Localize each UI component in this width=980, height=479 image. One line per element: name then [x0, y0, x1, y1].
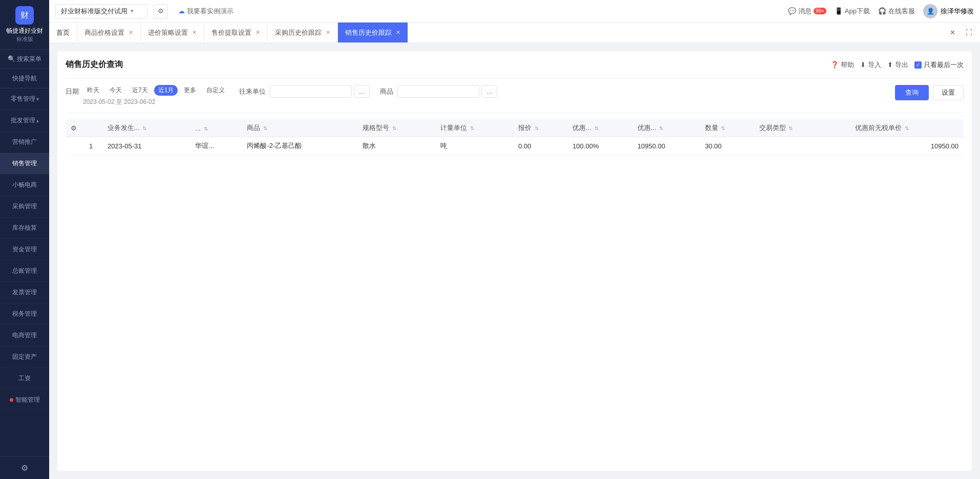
sidebar-search-menu[interactable]: 🔍 搜索菜单	[0, 50, 49, 69]
td-spec: 散水	[357, 137, 435, 155]
th-gear[interactable]: ⚙	[66, 119, 84, 137]
td-unit: 吨	[435, 137, 513, 155]
tab-purchase-history[interactable]: 采购历史价跟踪 ✕	[268, 23, 338, 43]
th-tx-type[interactable]: 交易类型 ⇅	[754, 119, 832, 137]
date-filter-group: 日期 昨天 今天 近7天 近1月 更多 自定义 2023-05-02 至 202…	[66, 85, 229, 106]
export-link[interactable]: ⬆ 导出	[887, 60, 908, 70]
settings-button-label: 设置	[942, 89, 955, 96]
logo-icon: 财	[15, 6, 34, 25]
tab-price-extract-label: 售价提取设置	[211, 28, 251, 37]
tab-purchase-history-close[interactable]: ✕	[326, 29, 330, 36]
sidebar-purchase-label: 采购管理	[12, 202, 37, 211]
sidebar-quicknav-label: 快捷导航	[12, 75, 37, 82]
app-download-label: App下载	[845, 7, 870, 16]
sidebar-item-salary[interactable]: 工资	[0, 368, 49, 389]
td-pretax-price: 10950.00	[850, 137, 964, 155]
tab-sales-history[interactable]: 销售历史价跟踪 ✕	[338, 23, 408, 43]
date-option-yesterday[interactable]: 昨天	[83, 85, 103, 96]
th-spacer	[832, 119, 850, 137]
th-price[interactable]: 报价 ⇅	[513, 119, 567, 137]
last-time-checkbox-label[interactable]: ✓ 只看最后一次	[914, 60, 964, 70]
th-qty[interactable]: 数量 ⇅	[700, 119, 754, 137]
sidebar-logo: 财 畅捷通好业财 标准版	[0, 0, 49, 50]
tab-expand-button[interactable]: ⛶	[962, 26, 976, 40]
sidebar-item-finance[interactable]: 资金管理	[0, 239, 49, 260]
sidebar-item-marketing[interactable]: 营销推广	[0, 132, 49, 153]
sidebar-item-assets[interactable]: 固定资产	[0, 346, 49, 368]
th-product[interactable]: 商品 ⇅	[242, 119, 357, 137]
topbar-gear-button[interactable]: ⚙	[154, 4, 168, 18]
user-profile-button[interactable]: 👤 徐泽华修改	[923, 4, 974, 18]
mobile-icon: 📱	[835, 7, 843, 15]
help-icon: ❓	[830, 61, 839, 69]
checkbox-icon: ✓	[914, 61, 922, 69]
source-unit-input[interactable]	[270, 85, 352, 98]
th-discount2[interactable]: 优惠... ⇅	[632, 119, 700, 137]
sidebar-item-tax[interactable]: 税务管理	[0, 303, 49, 325]
tab-price-extract-close[interactable]: ✕	[255, 29, 260, 36]
sidebar-item-ecom[interactable]: 电商管理	[0, 325, 49, 346]
sidebar-item-invoice[interactable]: 发票管理	[0, 282, 49, 303]
th-biz-date[interactable]: 业务发生... ⇅	[102, 119, 190, 137]
tab-price-settings-close[interactable]: ✕	[129, 29, 133, 36]
date-options: 昨天 今天 近7天 近1月 更多 自定义	[83, 85, 229, 96]
messages-badge: 99+	[814, 8, 826, 14]
help-link[interactable]: ❓ 帮助	[830, 60, 854, 70]
messages-button[interactable]: 💬 消息 99+	[788, 7, 826, 16]
query-button[interactable]: 查询	[895, 85, 929, 100]
sidebar-item-wholesale[interactable]: 批发管理 ▴	[0, 110, 49, 132]
import-link[interactable]: ⬇ 导入	[860, 60, 881, 70]
td-row-gear	[66, 137, 84, 155]
sidebar-app-name: 畅捷通好业财	[6, 27, 43, 35]
expand-icon: ⛶	[966, 29, 972, 36]
date-option-today[interactable]: 今天	[105, 85, 126, 96]
td-price: 0.00	[513, 137, 567, 155]
app-download-button[interactable]: 📱 App下载	[835, 7, 870, 16]
content-area: 销售历史价查询 ❓ 帮助 ⬇ 导入 ⬆ 导出 ✓	[49, 43, 980, 479]
user-name: 徐泽华修改	[941, 7, 974, 16]
date-option-more[interactable]: 更多	[180, 85, 200, 96]
th-unit[interactable]: 计量单位 ⇅	[435, 119, 513, 137]
date-option-custom[interactable]: 自定义	[202, 85, 229, 96]
online-service-button[interactable]: 🎧 在线客服	[878, 7, 915, 16]
import-label: 导入	[868, 60, 881, 70]
sidebar-quicknav[interactable]: 快捷导航	[0, 69, 49, 89]
table-header-row: ⚙ 业务发生... ⇅ ... ⇅ 商品 ⇅ 规格型号 ⇅ 计量单位 ⇅ 报价 …	[66, 119, 964, 137]
th-pretax-price[interactable]: 优惠前无税单价 ⇅	[850, 119, 964, 137]
source-unit-dots-button[interactable]: …	[354, 85, 370, 98]
tab-close-all-button[interactable]: ✕	[945, 26, 960, 40]
chevron-up-icon: ▴	[36, 118, 39, 123]
sidebar-item-sales[interactable]: 销售管理	[0, 153, 49, 175]
sidebar-item-retail[interactable]: 零售管理 ▾	[0, 89, 49, 110]
avatar: 👤	[923, 4, 938, 18]
product-selector[interactable]: 好业财标准版交付试用 ▾	[55, 4, 147, 18]
product-dots-button[interactable]: …	[481, 85, 497, 98]
tab-price-settings[interactable]: 商品价格设置 ✕	[77, 23, 141, 43]
tab-home[interactable]: 首页	[49, 23, 77, 43]
th-more-cols[interactable]: ... ⇅	[190, 119, 242, 137]
date-option-last7[interactable]: 近7天	[128, 85, 152, 96]
tab-price-extract[interactable]: 售价提取设置 ✕	[204, 23, 268, 43]
settings-button[interactable]: 设置	[933, 85, 964, 100]
sidebar-gear-button[interactable]: ⚙	[0, 456, 49, 479]
th-spec[interactable]: 规格型号 ⇅	[357, 119, 435, 137]
sidebar-item-xcec[interactable]: 小畅电商	[0, 175, 49, 196]
tab-purchase-strategy-close[interactable]: ✕	[192, 29, 197, 36]
sidebar-item-accounting[interactable]: 总账管理	[0, 260, 49, 282]
tab-sales-history-close[interactable]: ✕	[396, 29, 400, 36]
product-input[interactable]	[397, 85, 479, 98]
date-filter-content: 昨天 今天 近7天 近1月 更多 自定义 2023-05-02 至 2023-0…	[83, 85, 229, 106]
topbar-demo-link[interactable]: ☁ 我要看实例演示	[174, 5, 238, 18]
sidebar-item-inventory[interactable]: 库存核算	[0, 217, 49, 239]
td-product: 丙烯酸-2-乙基己酯	[242, 137, 357, 155]
th-discount1[interactable]: 优惠... ⇅	[567, 119, 632, 137]
sidebar-item-purchase[interactable]: 采购管理	[0, 196, 49, 217]
date-range-text: 2023-05-02 至 2023-06-02	[83, 98, 229, 106]
date-option-last1m[interactable]: 近1月	[154, 85, 178, 96]
search-icon: 🔍	[8, 55, 15, 62]
table-row[interactable]: 1 2023-05-31 华谊... 丙烯酸-2-乙基己酯 散水 吨 0.00 …	[66, 137, 964, 155]
export-icon: ⬆	[887, 61, 893, 69]
tab-purchase-strategy[interactable]: 进价策略设置 ✕	[141, 23, 204, 43]
sidebar-accounting-label: 总账管理	[12, 267, 37, 275]
sidebar-item-smart[interactable]: 智能管理	[0, 389, 49, 411]
